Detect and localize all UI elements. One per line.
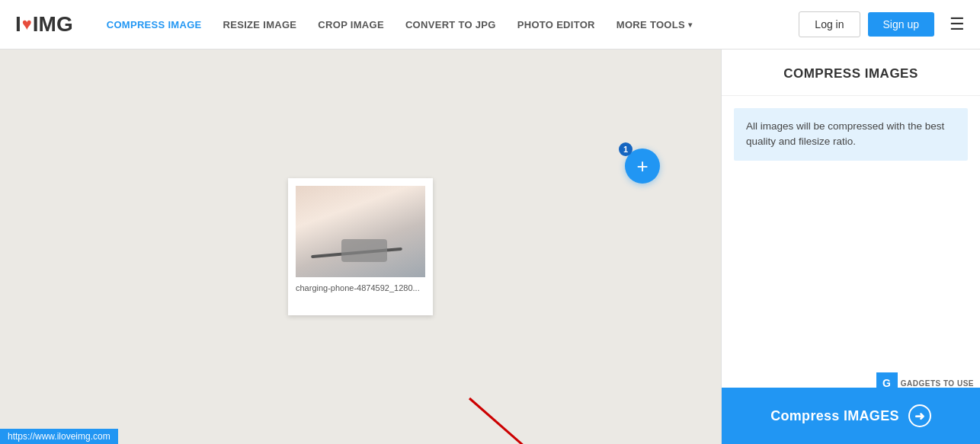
compress-images-button[interactable]: Compress IMAGES ➜ (722, 388, 980, 444)
nav-more-tools[interactable]: MORE TOOLS ▾ (606, 19, 703, 30)
red-arrow-svg (454, 391, 576, 444)
login-button[interactable]: Log in (799, 11, 860, 37)
plus-icon: + (636, 155, 648, 178)
image-filename: charging-phone-4874592_1280... (296, 283, 425, 292)
logo-i: I (15, 12, 21, 37)
nav-photo-editor[interactable]: PHOTO EDITOR (507, 19, 606, 30)
nav: COMPRESS IMAGE RESIZE IMAGE CROP IMAGE C… (96, 19, 799, 30)
logo[interactable]: I ♥ IMG (15, 12, 73, 37)
header: I ♥ IMG COMPRESS IMAGE RESIZE IMAGE CROP… (0, 0, 980, 50)
logo-heart-icon: ♥ (22, 14, 32, 34)
nav-more-tools-label: MORE TOOLS (617, 19, 685, 30)
nav-convert-to-jpg[interactable]: CONVERT TO JPG (395, 19, 507, 30)
image-preview-inner (296, 186, 425, 277)
svg-line-1 (469, 398, 561, 444)
nav-compress-image[interactable]: COMPRESS IMAGE (96, 19, 213, 30)
nav-resize-image[interactable]: RESIZE IMAGE (213, 19, 308, 30)
image-count-badge: 1 (619, 142, 633, 156)
header-right: Log in Sign up ☰ (799, 11, 965, 37)
right-panel-title: COMPRESS IMAGES (722, 50, 980, 96)
main-layout: charging-phone-4874592_1280... 1 + COMPR… (0, 50, 980, 444)
nav-crop-image[interactable]: CROP IMAGE (307, 19, 395, 30)
right-panel: COMPRESS IMAGES All images will be compr… (721, 50, 980, 444)
logo-img: IMG (33, 12, 73, 37)
chevron-down-icon: ▾ (688, 21, 692, 29)
url-bar: https://www.iloveimg.com (0, 429, 118, 444)
info-box: All images will be compressed with the b… (734, 108, 968, 161)
image-card: charging-phone-4874592_1280... (288, 178, 433, 315)
compress-images-label: Compress IMAGES (770, 408, 899, 424)
add-button-wrapper: 1 + (625, 149, 660, 184)
hamburger-menu-icon[interactable]: ☰ (950, 14, 965, 34)
signup-button[interactable]: Sign up (868, 12, 934, 37)
image-preview (296, 186, 425, 277)
left-panel: charging-phone-4874592_1280... 1 + (0, 50, 721, 444)
watermark-text: GADGETS TO USE (901, 379, 974, 388)
compress-arrow-icon: ➜ (908, 404, 931, 427)
